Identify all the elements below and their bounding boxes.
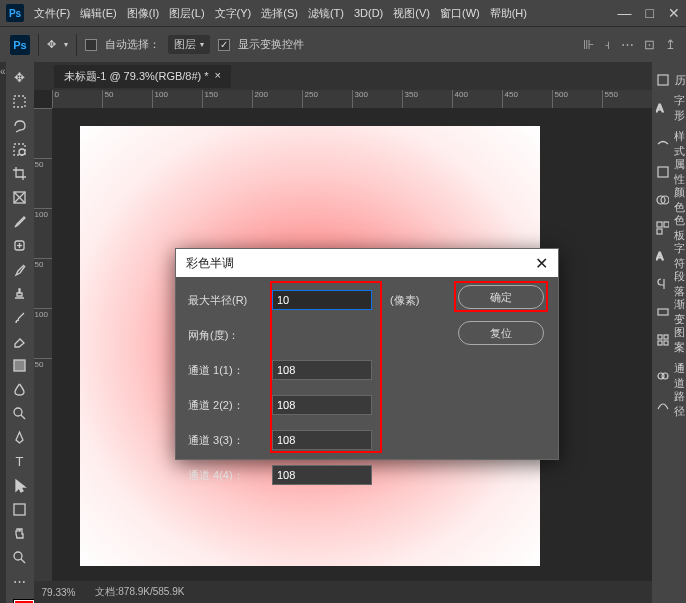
panel-patterns[interactable]: 图案 [656, 326, 686, 354]
svg-rect-20 [657, 222, 662, 227]
path-select-tool[interactable] [8, 474, 32, 496]
svg-point-2 [19, 149, 25, 155]
svg-point-13 [14, 552, 22, 560]
dialog-close-icon[interactable]: ✕ [535, 254, 548, 273]
channel4-label: 通道 4(4)： [188, 468, 264, 483]
divider [38, 34, 39, 56]
home-icon[interactable]: Ps [10, 35, 30, 55]
channel3-label: 通道 3(3)： [188, 433, 264, 448]
svg-rect-0 [14, 96, 25, 107]
app-icon: Ps [6, 4, 24, 22]
hand-tool[interactable] [8, 522, 32, 544]
marquee-tool[interactable] [8, 90, 32, 112]
menu-help[interactable]: 帮助(H) [490, 6, 527, 21]
gradient-tool[interactable] [8, 354, 32, 376]
panel-properties[interactable]: 属性 [656, 158, 686, 186]
heal-tool[interactable] [8, 234, 32, 256]
svg-rect-21 [664, 222, 669, 227]
max-radius-label: 最大半径(R) [188, 293, 264, 308]
blur-tool[interactable] [8, 378, 32, 400]
ok-button[interactable]: 确定 [458, 285, 544, 309]
panel-swatches[interactable]: 色板 [656, 214, 686, 242]
panel-styles[interactable]: 样式 [656, 130, 686, 158]
doc-size: 文档:878.9K/585.9K [95, 585, 184, 599]
channel1-label: 通道 1(1)： [188, 363, 264, 378]
move-icon: ✥ [47, 38, 56, 51]
shape-tool[interactable] [8, 498, 32, 520]
channel3-input[interactable] [272, 430, 372, 450]
svg-rect-24 [658, 309, 668, 315]
zoom-level[interactable]: 79.33% [42, 587, 76, 598]
menu-file[interactable]: 文件(F) [34, 6, 70, 21]
align-icon[interactable]: ⊪ [583, 37, 594, 52]
menu-image[interactable]: 图像(I) [127, 6, 159, 21]
menu-bar: Ps 文件(F) 编辑(E) 图像(I) 图层(L) 文字(Y) 选择(S) 滤… [0, 0, 686, 26]
menu-edit[interactable]: 编辑(E) [80, 6, 117, 21]
panel-history[interactable]: 历... [656, 66, 686, 94]
eraser-tool[interactable] [8, 330, 32, 352]
panel-gradients[interactable]: 渐变 [656, 298, 686, 326]
ruler-horizontal: 050100150200250300350400450500550 [52, 90, 652, 108]
close-tab-icon[interactable]: × [215, 69, 221, 84]
panel-glyphs[interactable]: A字形 [656, 94, 686, 122]
type-tool[interactable]: T [8, 450, 32, 472]
max-radius-input[interactable] [272, 290, 372, 310]
close-icon[interactable]: ✕ [668, 5, 680, 21]
dodge-tool[interactable] [8, 402, 32, 424]
share-icon[interactable]: ↥ [665, 37, 676, 52]
autoselect-label: 自动选择： [105, 37, 160, 52]
lasso-tool[interactable] [8, 114, 32, 136]
svg-line-14 [21, 559, 25, 563]
menu-select[interactable]: 选择(S) [261, 6, 298, 21]
history-brush-tool[interactable] [8, 306, 32, 328]
svg-point-10 [14, 408, 22, 416]
channel1-input[interactable] [272, 360, 372, 380]
target-select[interactable]: 图层▾ [168, 35, 210, 54]
angle-label: 网角(度)： [188, 328, 264, 343]
menu-window[interactable]: 窗口(W) [440, 6, 480, 21]
panels-dock: 历... A字形 样式 属性 颜色 色板 A字符 段落 渐变 图案 通道 路径 [652, 62, 686, 603]
panel-paths[interactable]: 路径 [656, 390, 686, 418]
frame-tool[interactable] [8, 186, 32, 208]
zoom-tool[interactable] [8, 546, 32, 568]
divider [76, 34, 77, 56]
svg-rect-28 [664, 341, 668, 345]
menu-filter[interactable]: 滤镜(T) [308, 6, 344, 21]
brush-tool[interactable] [8, 258, 32, 280]
channel4-input[interactable] [272, 465, 372, 485]
menu-3d[interactable]: 3D(D) [354, 7, 383, 19]
stamp-tool[interactable] [8, 282, 32, 304]
eyedropper-tool[interactable] [8, 210, 32, 232]
crop-tool[interactable] [8, 162, 32, 184]
svg-rect-27 [658, 341, 662, 345]
chevron-down-icon[interactable]: ▾ [64, 40, 68, 49]
menu-layer[interactable]: 图层(L) [169, 6, 204, 21]
menu-text[interactable]: 文字(Y) [215, 6, 252, 21]
align-icon[interactable]: ⫞ [604, 37, 611, 52]
panel-character[interactable]: A字符 [656, 242, 686, 270]
ruler-vertical: 501005010050 [34, 108, 52, 581]
dialog-title: 彩色半调 [186, 255, 234, 272]
menu-view[interactable]: 视图(V) [393, 6, 430, 21]
mode-icon[interactable]: ⊡ [644, 37, 655, 52]
options-bar: Ps ✥ ▾ 自动选择： 图层▾ 显示变换控件 ⊪ ⫞ ⋯ ⊡ ↥ [0, 26, 686, 62]
reset-button[interactable]: 复位 [458, 321, 544, 345]
showcontrols-checkbox[interactable] [218, 39, 230, 51]
align-icon[interactable]: ⋯ [621, 37, 634, 52]
quickselect-tool[interactable] [8, 138, 32, 160]
more-tools-icon[interactable]: ⋯ [8, 570, 32, 592]
showcontrols-label: 显示变换控件 [238, 37, 304, 52]
panel-channels[interactable]: 通道 [656, 362, 686, 390]
channel2-input[interactable] [272, 395, 372, 415]
panel-paragraph[interactable]: 段落 [656, 270, 686, 298]
pen-tool[interactable] [8, 426, 32, 448]
document-tabs: 未标题-1 @ 79.3%(RGB/8#) *× [34, 62, 652, 90]
autoselect-checkbox[interactable] [85, 39, 97, 51]
svg-rect-22 [657, 229, 662, 234]
panel-color[interactable]: 颜色 [656, 186, 686, 214]
maximize-icon[interactable]: □ [646, 5, 654, 21]
document-tab[interactable]: 未标题-1 @ 79.3%(RGB/8#) *× [54, 65, 231, 88]
minimize-icon[interactable]: — [618, 5, 632, 21]
move-tool[interactable]: ✥ [8, 66, 32, 88]
dialog-titlebar[interactable]: 彩色半调 ✕ [176, 249, 558, 277]
